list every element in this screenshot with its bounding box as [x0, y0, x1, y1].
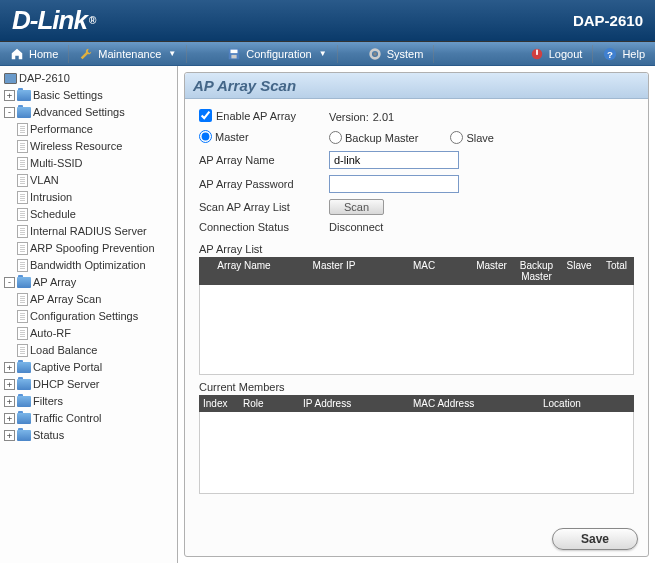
tree-filters[interactable]: +Filters — [2, 394, 175, 409]
tree-item-label: AP Array — [33, 275, 76, 290]
main-toolbar: Home Maintenance ▼ Configuration ▼ Syste… — [0, 42, 655, 66]
col-index: Index — [199, 398, 239, 409]
content-panel: AP Array Scan Enable AP Array Version:2.… — [178, 66, 655, 563]
nav-configuration-label: Configuration — [246, 48, 311, 60]
tree-arp-spoofing[interactable]: ARP Spoofing Prevention — [2, 241, 175, 256]
help-icon: ? — [603, 47, 617, 61]
array-name-input[interactable] — [329, 151, 459, 169]
device-icon — [4, 73, 17, 84]
tree-item-label: Auto-RF — [30, 326, 71, 341]
collapse-icon[interactable]: - — [4, 107, 15, 118]
collapse-icon[interactable]: - — [4, 277, 15, 288]
tree-vlan[interactable]: VLAN — [2, 173, 175, 188]
nav-home-label: Home — [29, 48, 58, 60]
role-backup-radio[interactable]: Backup Master — [329, 131, 418, 144]
tree-basic-settings[interactable]: +Basic Settings — [2, 88, 175, 103]
tree-traffic-control[interactable]: +Traffic Control — [2, 411, 175, 426]
tree-status[interactable]: +Status — [2, 428, 175, 443]
home-icon — [10, 47, 24, 61]
master-label: Master — [215, 131, 249, 143]
role-master-radio[interactable]: Master — [199, 130, 249, 143]
save-button[interactable]: Save — [552, 528, 638, 550]
tree-radius[interactable]: Internal RADIUS Server — [2, 224, 175, 239]
connection-status-label: Connection Status — [199, 221, 329, 233]
connection-status-value: Disconnect — [329, 221, 383, 233]
brand-logo: D-Link® — [12, 5, 95, 36]
tree-item-label: VLAN — [30, 173, 59, 188]
chevron-down-icon: ▼ — [168, 49, 176, 58]
enable-checkbox-input[interactable] — [199, 109, 212, 122]
tree-load-balance[interactable]: Load Balance — [2, 343, 175, 358]
tree-multi-ssid[interactable]: Multi-SSID — [2, 156, 175, 171]
col-mac-addr: MAC Address — [409, 398, 539, 409]
tree-schedule[interactable]: Schedule — [2, 207, 175, 222]
nav-logout-label: Logout — [549, 48, 583, 60]
page-icon — [17, 174, 28, 187]
nav-help-label: Help — [622, 48, 645, 60]
folder-icon — [17, 277, 31, 288]
enable-ap-array-checkbox[interactable]: Enable AP Array — [199, 109, 296, 122]
tree-intrusion[interactable]: Intrusion — [2, 190, 175, 205]
scan-button[interactable]: Scan — [329, 199, 384, 215]
array-password-input[interactable] — [329, 175, 459, 193]
tree-bandwidth[interactable]: Bandwidth Optimization — [2, 258, 175, 273]
tree-advanced-settings[interactable]: -Advanced Settings — [2, 105, 175, 120]
model-label: DAP-2610 — [573, 12, 643, 29]
expand-icon[interactable]: + — [4, 90, 15, 101]
tree-item-label: Multi-SSID — [30, 156, 83, 171]
role-slave-radio[interactable]: Slave — [450, 131, 494, 144]
version-label: Version: — [329, 111, 369, 123]
wrench-icon — [79, 47, 93, 61]
page-icon — [17, 242, 28, 255]
col-location: Location — [539, 398, 634, 409]
master-radio-input[interactable] — [199, 130, 212, 143]
tree-item-label: Intrusion — [30, 190, 72, 205]
nav-maintenance[interactable]: Maintenance ▼ — [69, 42, 186, 65]
nav-system[interactable]: System — [358, 42, 434, 65]
chevron-down-icon: ▼ — [319, 49, 327, 58]
tree-wireless-resource[interactable]: Wireless Resource — [2, 139, 175, 154]
tree-performance[interactable]: Performance — [2, 122, 175, 137]
col-backup: Backup Master — [514, 260, 559, 282]
tree-item-label: Performance — [30, 122, 93, 137]
tree-auto-rf[interactable]: Auto-RF — [2, 326, 175, 341]
array-password-label: AP Array Password — [199, 178, 329, 190]
tree-item-label: Filters — [33, 394, 63, 409]
tree-item-label: Internal RADIUS Server — [30, 224, 147, 239]
expand-icon[interactable]: + — [4, 413, 15, 424]
col-slave: Slave — [559, 260, 599, 282]
tree-captive-portal[interactable]: +Captive Portal — [2, 360, 175, 375]
members-header: Index Role IP Address MAC Address Locati… — [199, 395, 634, 412]
page-icon — [17, 344, 28, 357]
brand-text: D-Link — [12, 5, 87, 36]
logout-icon — [530, 47, 544, 61]
sidebar-tree: DAP-2610 +Basic Settings -Advanced Setti… — [0, 66, 178, 563]
expand-icon[interactable]: + — [4, 430, 15, 441]
tree-item-label: Schedule — [30, 207, 76, 222]
expand-icon[interactable]: + — [4, 362, 15, 373]
backup-radio-input[interactable] — [329, 131, 342, 144]
tree-dhcp-server[interactable]: +DHCP Server — [2, 377, 175, 392]
expand-icon[interactable]: + — [4, 379, 15, 390]
nav-home[interactable]: Home — [0, 42, 68, 65]
tree-root[interactable]: DAP-2610 — [2, 71, 175, 86]
expand-icon[interactable]: + — [4, 396, 15, 407]
nav-maintenance-label: Maintenance — [98, 48, 161, 60]
slave-radio-input[interactable] — [450, 131, 463, 144]
array-list-label: AP Array List — [199, 243, 634, 255]
nav-help[interactable]: ? Help — [593, 42, 655, 65]
save-area: Save — [185, 522, 648, 556]
tree-ap-array[interactable]: -AP Array — [2, 275, 175, 290]
tree-item-label: Wireless Resource — [30, 139, 122, 154]
nav-logout[interactable]: Logout — [520, 42, 593, 65]
members-body — [199, 412, 634, 494]
tree-item-label: Bandwidth Optimization — [30, 258, 146, 273]
col-ip: IP Address — [299, 398, 409, 409]
nav-configuration[interactable]: Configuration ▼ — [217, 42, 336, 65]
tree-ap-array-scan[interactable]: AP Array Scan — [2, 292, 175, 307]
tree-item-label: DHCP Server — [33, 377, 99, 392]
tree-root-label: DAP-2610 — [19, 71, 70, 86]
folder-icon — [17, 413, 31, 424]
tree-config-settings[interactable]: Configuration Settings — [2, 309, 175, 324]
tree-item-label: Configuration Settings — [30, 309, 138, 324]
